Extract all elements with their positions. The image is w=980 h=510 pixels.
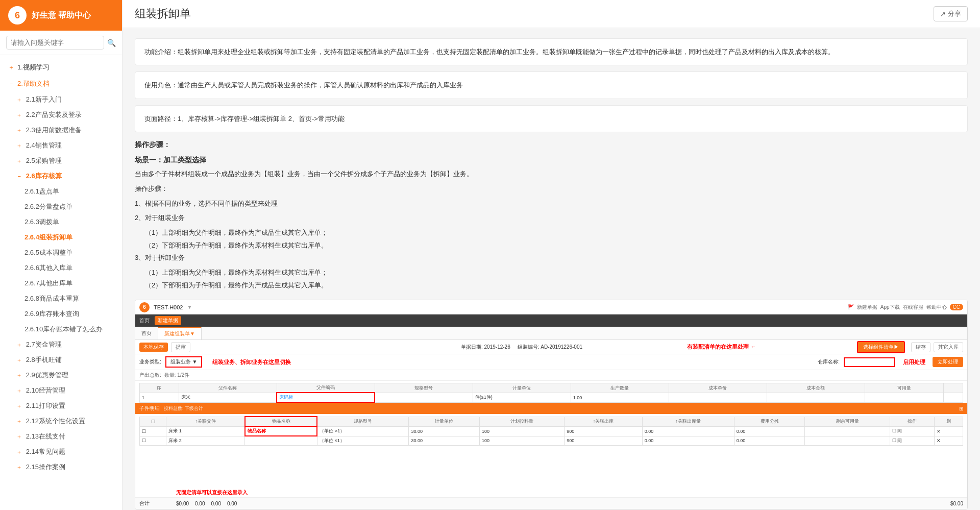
cell2-plan: 100 <box>479 426 564 436</box>
cell-unit: 件(≥1件) <box>473 393 571 402</box>
step-2: 2、对于组装业务 <box>135 212 968 225</box>
app-logo: 6 <box>139 302 150 312</box>
lower-title: 子件明细 <box>139 405 160 412</box>
search-input[interactable] <box>6 36 104 50</box>
cell2-ops: ☐ 同 <box>890 426 935 436</box>
sidebar-item-2-6-2[interactable]: 2.6.2分量盘点单 <box>0 199 122 214</box>
step-2-2: （2）下部明细为子件明细，最终作为原材料生成其它出库单。 <box>135 239 968 252</box>
sidebar-item-2-6-7[interactable]: 2.6.7其他出库单 <box>0 276 122 291</box>
toolbar-more[interactable]: 其它入库 <box>934 342 963 352</box>
sidebar-item-2-13[interactable]: ＋ 2.13在线支付 <box>0 429 122 444</box>
sub-qty-value: 数量: 1/2件 <box>164 372 189 379</box>
sidebar-item-2-12[interactable]: ＋ 2.12系统个性化设置 <box>0 414 122 429</box>
sidebar-item-2-10[interactable]: ＋ 2.10经营管理 <box>0 383 122 398</box>
lower-subtitle: 投料总数: 下级合计 <box>164 405 203 412</box>
upper-table: 序 父件名称 父件编码 规格型号 计量单位 生产数量 成本单价 成本金额 可用量 <box>139 383 963 403</box>
app-icon-help: 在线客服 <box>903 304 923 311</box>
col2-name: 物品名称 <box>245 417 317 426</box>
col-spec: 规格型号 <box>375 383 473 393</box>
sidebar-item-2-9[interactable]: ＋ 2.9优惠券管理 <box>0 368 122 383</box>
cell2-plan-2: 100 <box>479 436 564 445</box>
table-row <box>140 462 963 470</box>
intro-text: 功能介绍：组装拆卸单用来处理企业组装或拆卸等加工业务，支持有固定装配清单的产品加… <box>144 48 835 56</box>
sidebar-item-2-3[interactable]: ＋ 2.3使用前数据准备 <box>0 123 122 138</box>
sidebar-item-2-15[interactable]: ＋ 2.15操作案例 <box>0 459 122 475</box>
table-row: ☐ 床米 1 物品名称 （单位 ×1） 30.00 100 900 0.00 0… <box>140 426 963 436</box>
cell2-del: ✕ <box>935 426 963 436</box>
plus-icon: ＋ <box>16 449 22 455</box>
annotation-lower: 无固定清单可以直接在这里录入 <box>135 488 967 497</box>
app-company: TEST-H002 <box>154 304 183 310</box>
plus-icon: ＋ <box>16 464 22 470</box>
cell2-name-2 <box>245 436 317 445</box>
sidebar-item-2-14[interactable]: ＋ 2.14常见问题 <box>0 444 122 459</box>
cell2-remaining-2 <box>805 436 890 445</box>
step-1: 1、根据不同的业务，选择不同单据的类型来处理 <box>135 198 968 210</box>
sidebar-header: 6 好生意 帮助中心 <box>0 0 122 31</box>
col-qty: 计量单位 <box>473 383 571 393</box>
sidebar-item-2-6-9[interactable]: 2.6.9库存账本查询 <box>0 306 122 322</box>
cell2-cost: 0.00 <box>642 426 734 436</box>
search-box: 🔍 <box>0 31 122 55</box>
table-row <box>140 453 963 462</box>
field-warehouse-input[interactable] <box>844 357 895 367</box>
plus-icon: ＋ <box>16 142 22 149</box>
sidebar-item-help-docs[interactable]: － 2.帮助文档 <box>0 76 122 92</box>
screenshot-container: 6 TEST-H002 ▼ 🚩 新建单据 App下载 在线客服 帮助中心 CC <box>135 300 968 509</box>
cell2-check-2: ☐ <box>140 436 166 445</box>
cell-code: 床码标 <box>277 393 375 402</box>
sidebar-item-2-1[interactable]: ＋ 2.1新手入门 <box>0 92 122 107</box>
toolbar-code: 组装编号: AD-20191226-001 <box>518 344 582 351</box>
sidebar-item-2-6-6[interactable]: 2.6.6其他入库单 <box>0 260 122 276</box>
footer-qty3: 0.00 <box>211 501 221 506</box>
annotation-3: 启用处理 <box>903 358 925 366</box>
sidebar-item-2-6-4[interactable]: 2.6.4组装拆卸单 <box>0 230 122 245</box>
sidebar-item-2-6[interactable]: － 2.6库存核算 <box>0 168 122 184</box>
sidebar-item-2-6-3[interactable]: 2.6.3调拨单 <box>0 214 122 230</box>
lower-table: ☐ ↑关联父件 物品名称 规格型号 计量单位 计划投料量 ↑关联出库 ↑关联出库… <box>139 416 963 486</box>
toolbar-new[interactable]: 本地保存 <box>139 343 168 352</box>
tab-home[interactable]: 首页 <box>135 327 158 339</box>
plus-icon: ＋ <box>16 127 22 133</box>
sidebar-item-2-4[interactable]: ＋ 2.4销售管理 <box>0 138 122 153</box>
sidebar-item-2-11[interactable]: ＋ 2.11打印设置 <box>0 398 122 414</box>
cell2-name: 物品名称 <box>245 426 317 436</box>
sidebar-item-2-2[interactable]: ＋ 2.2产品安装及登录 <box>0 107 122 123</box>
form-fields: 业务类型: 组装业务 ▼ 组装业务、拆卸业务在这里切换 仓库名称: 启用处理 立… <box>135 354 967 370</box>
toolbar-save[interactable]: 结存 <box>911 342 930 352</box>
table-row: ☐ 床米 2 （单位 ×1） 30.00 100 900 0.00 0.00 <box>140 436 963 445</box>
sidebar-item-video-learning[interactable]: ＋ 1.视频学习 <box>0 59 122 76</box>
plus-icon: ＋ <box>16 433 22 440</box>
btn-confirm[interactable]: 立即处理 <box>933 357 963 367</box>
sidebar-item-2-6-10[interactable]: 2.6.10库存账本错了怎么办 <box>0 322 122 337</box>
toolbar-action[interactable]: 选择组件清单▶ <box>857 341 905 353</box>
plus-icon: ＋ <box>16 372 22 378</box>
annotation-lower-text: 无固定清单可以直接在这里录入 <box>176 490 248 495</box>
annotation-2: 组装业务、拆卸业务在这里切换 <box>212 358 291 366</box>
app-navbar: 首页 新建单据 <box>135 314 967 327</box>
share-button[interactable]: ↗ 分享 <box>934 6 968 21</box>
field-type-value[interactable]: 组装业务 ▼ <box>165 356 203 368</box>
cell2-unit-2: 30.00 <box>409 436 480 445</box>
sidebar-item-2-6-8[interactable]: 2.6.8商品成本重算 <box>0 291 122 306</box>
cell2-remaining <box>805 426 890 436</box>
sidebar-item-2-8[interactable]: ＋ 2.8手机旺铺 <box>0 352 122 368</box>
col2-unit: 计量单位 <box>409 417 480 426</box>
sidebar-item-2-7[interactable]: ＋ 2.7资金管理 <box>0 337 122 352</box>
sidebar-item-2-5[interactable]: ＋ 2.5采购管理 <box>0 153 122 168</box>
sub-label-row: 产出总数: 数量: 1/2件 <box>135 370 967 381</box>
sidebar-item-2-6-5[interactable]: 2.6.5成本调整单 <box>0 245 122 260</box>
app-icon-flag: 🚩 <box>848 304 854 310</box>
search-icon[interactable]: 🔍 <box>107 39 116 47</box>
col2-remaining: 剩余可用量 <box>805 417 890 426</box>
plus-icon: ＋ <box>16 112 22 118</box>
col-cost: 成本单价 <box>669 383 767 393</box>
col2-check: ☐ <box>140 417 166 426</box>
step-3-1: （1）上部明细为父件明细，最终作为原材料生成其它出库单； <box>135 266 968 279</box>
sub-qty-label: 产出总数: <box>139 372 161 379</box>
step-0: 操作步骤： <box>135 183 968 196</box>
tab-assembly[interactable]: 新建组装单▼ <box>158 327 202 339</box>
toolbar-delete[interactable]: 提审 <box>171 342 190 352</box>
path-block: 页面路径：1、库存核算->库存管理->组装拆卸单 2、首页->常用功能 <box>135 105 968 132</box>
sidebar-item-2-6-1[interactable]: 2.6.1盘点单 <box>0 184 122 199</box>
